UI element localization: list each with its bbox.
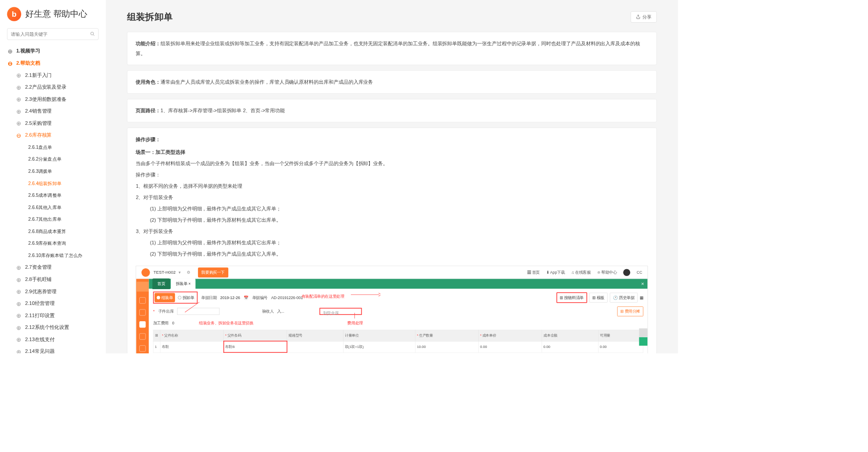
nav-item-2-8[interactable]: ⊕2.8手机旺铺 bbox=[0, 274, 106, 286]
nav-item-2-6-2[interactable]: 2.6.2分量盘点单 bbox=[0, 153, 106, 166]
search-input[interactable] bbox=[7, 28, 99, 40]
nav-item-2-6-1[interactable]: 2.6.1盘点单 bbox=[0, 141, 106, 153]
th-index: ⊞ bbox=[153, 330, 160, 341]
nav-item-2-6-10[interactable]: 2.6.10库存账本错了怎么办 bbox=[0, 250, 106, 262]
card-path-label: 页面路径： bbox=[136, 108, 161, 113]
toolbar-icon bbox=[639, 328, 648, 337]
search-wrap bbox=[0, 28, 106, 45]
plus-icon: ⊕ bbox=[16, 72, 21, 78]
shot-inspector-label: 验收人 bbox=[262, 308, 274, 315]
shot-date-value: 2019-12-26 bbox=[220, 294, 240, 301]
plus-icon: ⊕ bbox=[16, 337, 21, 342]
rail-icon bbox=[140, 345, 146, 352]
nav-item-2-3[interactable]: ⊕2.3使用前数据准备 bbox=[0, 93, 106, 105]
search-icon[interactable] bbox=[90, 32, 95, 38]
plus-icon: ⊕ bbox=[16, 109, 21, 114]
shot-btn-template: ⊞ 模板 bbox=[590, 293, 608, 303]
calendar-icon: 📅 bbox=[244, 294, 249, 301]
shot-outstock-label: 子件出库 bbox=[158, 308, 174, 315]
gear-icon: ⚙ bbox=[187, 268, 191, 277]
th-parent-code: 父件条码 bbox=[224, 330, 287, 341]
shot-dest-input: 到货仓库 bbox=[320, 308, 362, 315]
step-2-1: (1) 上部明细为父件明细，最终作为产成品生成其它入库单； bbox=[136, 204, 648, 214]
shot-top-right: ☰ 首页 ⬇ App下载 ♫ 在线客服 ⊙ 帮助中心 CC bbox=[527, 268, 642, 276]
nav-item-2-6-7[interactable]: 2.6.7其他出库单 bbox=[0, 214, 106, 226]
nav-item-2-4[interactable]: ⊕2.4销售管理 bbox=[0, 105, 106, 118]
shot-msg-link: ♫ 在线客服 bbox=[571, 268, 591, 276]
share-icon bbox=[636, 14, 641, 19]
step-2-2: (2) 下部明细为子件明细，最终作为原材料生成其它出库单。 bbox=[136, 215, 648, 225]
shot-avatar-icon bbox=[623, 269, 631, 276]
svg-point-0 bbox=[91, 32, 94, 35]
page-title: 组装拆卸单 bbox=[127, 10, 173, 23]
brand: b 好生意 帮助中心 bbox=[0, 7, 106, 29]
nav-item-2-6-6[interactable]: 2.6.6其他入库单 bbox=[0, 201, 106, 214]
plus-icon: ⊕ bbox=[16, 96, 21, 102]
shot-proc-cost-value: 0 bbox=[172, 319, 175, 327]
steps-title: 操作步骤： bbox=[136, 134, 648, 144]
plus-icon: ⊕ bbox=[16, 349, 21, 353]
shot-home-link: ☰ 首页 bbox=[527, 268, 540, 276]
nav-item-2-6-8[interactable]: 2.6.8商品成本重算 bbox=[0, 225, 106, 238]
shot-instock-label: 入... bbox=[277, 308, 284, 315]
nav-tree: ⊕1.视频学习 ⊖2.帮助文档 ⊕2.1新手入门 ⊕2.2产品安装及登录 ⊕2.… bbox=[0, 45, 106, 353]
plus-icon: ⊕ bbox=[16, 313, 21, 318]
shot-outstock-input bbox=[177, 308, 220, 315]
brand-text: 好生意 帮助中心 bbox=[25, 9, 87, 20]
nav-item-2-12[interactable]: ⊕2.12系统个性化设置 bbox=[0, 322, 106, 334]
plus-icon: ⊕ bbox=[16, 289, 21, 294]
nav-item-2-14[interactable]: ⊕2.14常见问题 bbox=[0, 346, 106, 353]
shot-tabs: 首页 拆装单 × × bbox=[149, 279, 648, 289]
plus-icon: ⊕ bbox=[7, 48, 13, 54]
share-button[interactable]: 分享 bbox=[631, 11, 657, 23]
shot-siderail bbox=[137, 279, 149, 353]
nav-item-docs[interactable]: ⊖2.帮助文档 bbox=[0, 57, 106, 70]
nav-item-2-1[interactable]: ⊕2.1新手入门 bbox=[0, 69, 106, 81]
shot-btn-fee: ⊞ 费用分摊 bbox=[617, 306, 643, 316]
nav-item-2-6-3[interactable]: 2.6.3调拨单 bbox=[0, 166, 106, 178]
shot-doc-value: AD-20191226-001 bbox=[271, 294, 303, 301]
th-qty: 生产数量 bbox=[415, 330, 479, 341]
nav-item-2-6-4[interactable]: 2.6.4组装拆卸单 bbox=[0, 177, 106, 190]
nav-item-2-5[interactable]: ⊕2.5采购管理 bbox=[0, 117, 106, 129]
annotation-radio: 组装业务、拆卸业务在这里切换 bbox=[199, 319, 254, 327]
nav-item-2-6-5[interactable]: 2.6.5成本调整单 bbox=[0, 190, 106, 202]
th-parent-name: 父件名称 bbox=[160, 330, 224, 341]
shot-content: 首页 拆装单 × × 组装单 拆卸单 单据日期 2019- bbox=[149, 279, 648, 353]
nav-item-2-6[interactable]: ⊖2.6库存核算 bbox=[0, 129, 106, 142]
shot-side-toolbar bbox=[639, 328, 648, 346]
embedded-screenshot: TEST-H002 ▾ ⚙ 我要购买一下 ☰ 首页 ⬇ App下载 ♫ 在线客服… bbox=[136, 266, 648, 353]
shot-radio-disassembly: 拆卸单 bbox=[176, 293, 196, 302]
shot-radio-group: 组装单 拆卸单 bbox=[153, 291, 198, 304]
nav-item-2-13[interactable]: ⊕2.13在线支付 bbox=[0, 333, 106, 346]
shot-user: TEST-H002 bbox=[154, 268, 176, 277]
nav-item-2-9[interactable]: ⊕2.9优惠券管理 bbox=[0, 285, 106, 298]
minus-icon: ⊖ bbox=[7, 61, 13, 66]
nav-item-2-11[interactable]: ⊕2.11打印设置 bbox=[0, 309, 106, 322]
nav-item-2-2[interactable]: ⊕2.2产品安装及登录 bbox=[0, 81, 106, 94]
title-row: 组装拆卸单 分享 bbox=[127, 10, 657, 23]
rail-home-icon bbox=[137, 282, 149, 292]
th-unit: 计量单位 bbox=[344, 330, 416, 341]
shot-doc-label: 单据编号 bbox=[252, 294, 268, 301]
step-1: 1、根据不同的业务，选择不同单据的类型来处理 bbox=[136, 181, 648, 191]
dropdown-icon: ▾ bbox=[179, 268, 181, 277]
nav-item-2-6-9[interactable]: 2.6.9库存账本查询 bbox=[0, 238, 106, 250]
step-3-2: (2) 下部明细为子件明细，最终作为产成品生成其它入库单。 bbox=[136, 249, 648, 259]
plus-icon: ⊕ bbox=[16, 120, 21, 126]
plus-icon: ⊕ bbox=[16, 85, 21, 90]
th-spec: 规格型号 bbox=[287, 330, 344, 341]
nav-item-2-7[interactable]: ⊕2.7资金管理 bbox=[0, 262, 106, 274]
shot-form: 组装单 拆卸单 单据日期 2019-12-26 📅 单据编号 AD-201912… bbox=[149, 289, 648, 353]
shot-topbar: TEST-H002 ▾ ⚙ 我要购买一下 ☰ 首页 ⬇ App下载 ♫ 在线客服… bbox=[137, 266, 648, 279]
card-role: 使用角色：通常由生产人员或库管人员完成拆装业务的操作，库管人员确认原材料的出库和… bbox=[127, 70, 657, 94]
shot-btn-material: ⊞ 按物料清单 bbox=[557, 292, 587, 303]
shot-parent-table: ⊞ 父件名称 父件条码 规格型号 计量单位 生产数量 成本单价 成本金额 可用量 bbox=[153, 330, 643, 353]
nav-item-2-10[interactable]: ⊕2.10经营管理 bbox=[0, 298, 106, 310]
shot-date-label: 单据日期 bbox=[201, 294, 217, 301]
toolbar-icon bbox=[639, 337, 648, 346]
nav-item-video[interactable]: ⊕1.视频学习 bbox=[0, 45, 106, 57]
rail-icon bbox=[140, 309, 146, 316]
rail-icon bbox=[140, 333, 146, 340]
rail-icon bbox=[140, 321, 146, 328]
